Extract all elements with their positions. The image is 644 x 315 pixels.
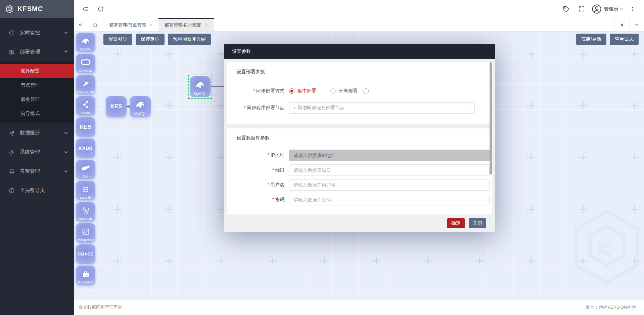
palette-kes[interactable]: KES [76,117,95,137]
save-position-button[interactable]: 保存定位 [136,34,165,45]
modal-scrollbar[interactable] [490,62,492,174]
precheck-intro-button[interactable]: 预检测修复介绍 [168,34,211,45]
db-password-input[interactable] [289,194,490,205]
sidebar-subitem-services[interactable]: 服务管理 [0,92,74,107]
sidebar-item-system[interactable]: 系统管理 [0,143,74,162]
db-username-input[interactable] [289,179,490,191]
close-icon[interactable]: × [150,23,152,28]
canvas-node-kes[interactable]: KES [106,96,127,117]
tab-bar-right-controls: » [614,18,644,31]
palette-rabbitmq[interactable]: RabbitMQ [76,266,95,285]
tabs-menu-control[interactable] [629,18,644,31]
modal-footer: 确定 关闭 [224,214,495,232]
info-icon[interactable]: i [363,88,369,94]
sync-node-select[interactable]: + 新增同步服务部署节点 [289,102,475,114]
sidebar-item-migration[interactable]: 数据搬迁 [0,123,74,143]
palette-label: KADB [79,146,93,151]
radio-separated[interactable]: 分离部署 [330,88,358,94]
radio-label: 分离部署 [339,88,358,94]
grid-plus-mark [424,257,432,265]
tag-icon[interactable] [561,4,571,14]
palette-label: DM [76,174,95,178]
confirm-button[interactable]: 确定 [447,218,465,228]
sidebar-item-label: 部署管理 [20,49,40,55]
collapse-sidebar-icon[interactable] [80,4,91,14]
palette-label: GBASE [78,252,94,257]
fullscreen-icon[interactable] [576,4,587,14]
sidebar-subitem-topology[interactable]: 拓扑配置 [0,64,74,78]
modules-icon [9,49,15,55]
palette-label: MySQL [76,47,95,51]
canvas-node-mysql[interactable]: MySQL [130,96,151,117]
palette-label: PostgreSQL [76,238,95,242]
install-update-button[interactable]: 安装/更新 [576,34,606,45]
user-avatar-icon [592,4,602,14]
db-ip-input[interactable] [289,150,490,161]
sidebar-nav: 实时监控 部署管理 拓扑配置 节点管理 服务管理 [0,18,74,200]
home-icon[interactable] [87,18,103,31]
sidebar-item-guide[interactable]: 全局引导页 [0,181,74,200]
palette-label: RabbitMQ [76,280,95,284]
config-guide-button[interactable]: 配置引导 [103,34,132,45]
tabs-back-control[interactable]: « [74,18,87,31]
required-asterisk: * [254,88,255,93]
topology-canvas[interactable]: 配置引导 保存定位 预检测修复介绍 安装/更新 查看日志 MySQL ORACL… [74,32,644,299]
grid-plus-mark [579,50,587,58]
palette-sqlserver[interactable]: SQL Server [76,75,95,94]
palette-mariadb[interactable]: MariaDB [76,202,95,222]
user-menu[interactable]: 管理员 [592,4,623,14]
sidebar-item-label: 全局引导页 [20,187,45,194]
grid-plus-mark [631,102,639,110]
tabs-forward-control[interactable]: » [614,18,629,31]
section-heading: 设置数据库参数 [227,128,492,146]
palette-label: ORACLE [76,69,95,72]
password-row: *密码 [227,194,492,205]
close-button[interactable]: 关闭 [469,218,486,228]
radio-centralized[interactable]: 集中部署 [289,88,316,94]
required-asterisk: * [268,182,269,187]
required-asterisk: * [272,197,274,202]
tab-topology-config[interactable]: 部署管理-拓扑配置 × [158,18,214,31]
dm-icon [81,164,91,172]
sqlfile-icon [81,185,90,194]
palette-label: KES [80,124,91,130]
chevron-down-icon [635,23,639,26]
canvas-node-mysql-selected[interactable]: MySQL [190,76,211,97]
palette-kadb[interactable]: KADB [76,139,95,158]
rabbitmq-icon [81,270,90,278]
palette-mysql[interactable]: MySQL [76,33,95,52]
grid-plus-mark [527,205,535,213]
sidebar-item-monitor[interactable]: 实时监控 [0,23,74,42]
kebab-menu-icon[interactable] [627,4,638,14]
palette-postgresql[interactable]: PostgreSQL [76,223,95,243]
ip-row: *IP地址 [227,150,492,161]
palette-oracle[interactable]: ORACLE [76,54,95,73]
node-label: MySQL [190,92,211,96]
gauge-icon [9,30,15,36]
sidebar-subitem-wizard[interactable]: 向导模式 [0,107,74,121]
close-icon[interactable]: × [205,23,208,28]
field-label: *同步程序部署节点 [227,105,284,111]
tab-node-management[interactable]: 部署管理-节点管理 × [103,18,159,31]
chevron-down-icon [64,169,68,172]
palette-sqlfile[interactable]: SQLFile [76,181,95,200]
brand-watermark-icon [565,205,644,290]
sidebar-subitem-nodes[interactable]: 节点管理 [0,78,74,92]
footer-version: 版本：@@VERSION@@ [586,304,636,310]
palette-kafka[interactable]: Kafka [76,96,95,116]
connection-line [211,86,224,87]
grid-plus-mark [113,205,122,213]
sidebar-item-deploy[interactable]: 部署管理 [0,42,74,62]
chevron-down-icon [64,31,68,34]
db-port-input[interactable] [289,164,490,176]
tab-bar: « 部署管理-节点管理 × 部署管理-拓扑配置 × » [74,18,644,32]
sidebar-item-alerts[interactable]: 告警管理 [0,162,74,181]
grid-plus-mark [631,50,639,58]
subitem-label: 服务管理 [21,96,40,103]
deploy-mode-row: *同步部署方式 集中部署 分离部署 i [227,88,492,94]
refresh-icon[interactable] [95,4,106,14]
user-name: 管理员 [604,6,618,12]
palette-dm[interactable]: DM [76,160,95,179]
view-logs-button[interactable]: 查看日志 [610,34,639,45]
palette-gbase[interactable]: GBASE [76,244,95,264]
